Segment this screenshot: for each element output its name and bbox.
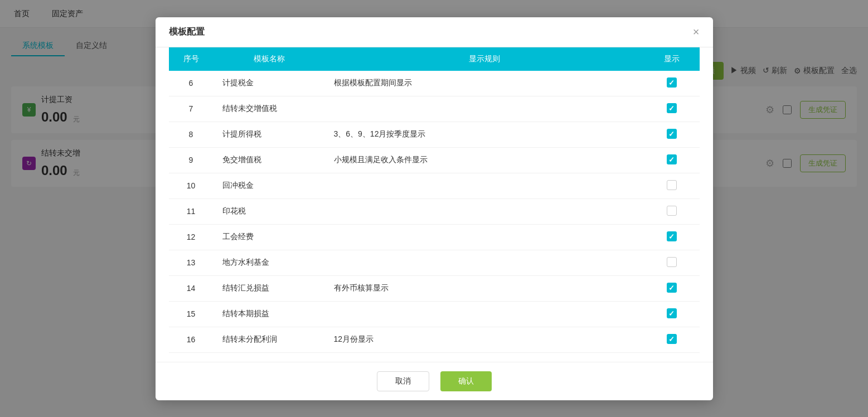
modal-body: 序号 模板名称 显示规则 显示 6计提税金根据模板配置期间显示7结转未交增值税8… — [156, 47, 713, 362]
table-scroll-container: 序号 模板名称 显示规则 显示 6计提税金根据模板配置期间显示7结转未交增值税8… — [169, 47, 700, 353]
modal-header: 模板配置 × — [156, 17, 713, 47]
cell-check-5 — [644, 198, 700, 224]
cell-name-10: 结转未分配利润 — [214, 327, 325, 352]
cell-check-8 — [644, 275, 700, 301]
cell-name-8: 结转汇兑损益 — [214, 275, 325, 301]
cell-name-3: 免交增值税 — [214, 147, 325, 173]
cell-index-5: 11 — [169, 198, 214, 224]
checkbox-1[interactable] — [667, 103, 677, 113]
table-header-row: 序号 模板名称 显示规则 显示 — [169, 47, 700, 71]
cell-check-7 — [644, 250, 700, 275]
table-row: 11印花税 — [169, 198, 700, 224]
col-header-rule: 显示规则 — [325, 47, 644, 71]
cell-index-7: 13 — [169, 250, 214, 275]
cell-rule-0: 根据模板配置期间显示 — [325, 71, 644, 96]
modal-footer: 取消 确认 — [156, 362, 713, 400]
confirm-button[interactable]: 确认 — [440, 371, 492, 391]
cell-rule-6 — [325, 224, 644, 250]
table-row: 9免交增值税小规模且满足收入条件显示 — [169, 147, 700, 173]
cell-name-1: 结转未交增值税 — [214, 96, 325, 122]
checkbox-2[interactable] — [667, 129, 677, 139]
cell-rule-8: 有外币核算显示 — [325, 275, 644, 301]
cell-check-0 — [644, 71, 700, 96]
cell-check-3 — [644, 147, 700, 173]
cell-index-10: 16 — [169, 327, 214, 352]
col-header-index: 序号 — [169, 47, 214, 71]
cell-index-4: 10 — [169, 173, 214, 198]
cell-check-9 — [644, 301, 700, 327]
cell-check-10 — [644, 327, 700, 352]
cell-rule-1 — [325, 96, 644, 122]
cell-name-0: 计提税金 — [214, 71, 325, 96]
checkbox-3[interactable] — [667, 154, 677, 164]
table-row: 13地方水利基金 — [169, 250, 700, 275]
cell-name-9: 结转本期损益 — [214, 301, 325, 327]
cell-index-6: 12 — [169, 224, 214, 250]
checkbox-4[interactable] — [667, 180, 677, 190]
cell-rule-7 — [325, 250, 644, 275]
table-row: 16结转未分配利润12月份显示 — [169, 327, 700, 352]
cell-check-6 — [644, 224, 700, 250]
checkbox-10[interactable] — [667, 334, 677, 344]
config-table: 序号 模板名称 显示规则 显示 6计提税金根据模板配置期间显示7结转未交增值税8… — [169, 47, 700, 353]
table-row: 8计提所得税3、6、9、12月按季度显示 — [169, 122, 700, 147]
modal-title: 模板配置 — [169, 26, 205, 38]
cell-index-0: 6 — [169, 71, 214, 96]
cell-name-6: 工会经费 — [214, 224, 325, 250]
checkbox-8[interactable] — [667, 283, 677, 293]
modal-overlay: 模板配置 × 序号 模板名称 显示规则 显示 6计提税金根据模板配置期间显 — [0, 0, 868, 417]
cell-rule-4 — [325, 173, 644, 198]
cell-rule-3: 小规模且满足收入条件显示 — [325, 147, 644, 173]
cell-rule-2: 3、6、9、12月按季度显示 — [325, 122, 644, 147]
cell-index-9: 15 — [169, 301, 214, 327]
checkbox-7[interactable] — [667, 257, 677, 267]
cell-rule-10: 12月份显示 — [325, 327, 644, 352]
cell-name-4: 回冲税金 — [214, 173, 325, 198]
cell-name-2: 计提所得税 — [214, 122, 325, 147]
modal-template-config: 模板配置 × 序号 模板名称 显示规则 显示 6计提税金根据模板配置期间显 — [156, 17, 713, 400]
cell-index-1: 7 — [169, 96, 214, 122]
cell-index-2: 8 — [169, 122, 214, 147]
modal-close-button[interactable]: × — [693, 26, 700, 37]
table-row: 12工会经费 — [169, 224, 700, 250]
cell-index-3: 9 — [169, 147, 214, 173]
checkbox-9[interactable] — [667, 308, 677, 318]
col-header-show: 显示 — [644, 47, 700, 71]
cell-check-1 — [644, 96, 700, 122]
cell-rule-9 — [325, 301, 644, 327]
table-row: 15结转本期损益 — [169, 301, 700, 327]
cell-check-2 — [644, 122, 700, 147]
table-row: 7结转未交增值税 — [169, 96, 700, 122]
col-header-name: 模板名称 — [214, 47, 325, 71]
cell-name-5: 印花税 — [214, 198, 325, 224]
table-row: 10回冲税金 — [169, 173, 700, 198]
table-body: 6计提税金根据模板配置期间显示7结转未交增值税8计提所得税3、6、9、12月按季… — [169, 71, 700, 353]
cell-name-7: 地方水利基金 — [214, 250, 325, 275]
table-row: 6计提税金根据模板配置期间显示 — [169, 71, 700, 96]
cancel-button[interactable]: 取消 — [377, 371, 429, 391]
cell-index-8: 14 — [169, 275, 214, 301]
cell-rule-5 — [325, 198, 644, 224]
table-row: 14结转汇兑损益有外币核算显示 — [169, 275, 700, 301]
checkbox-0[interactable] — [667, 77, 677, 88]
cell-check-4 — [644, 173, 700, 198]
checkbox-5[interactable] — [667, 206, 677, 216]
checkbox-6[interactable] — [667, 231, 677, 241]
